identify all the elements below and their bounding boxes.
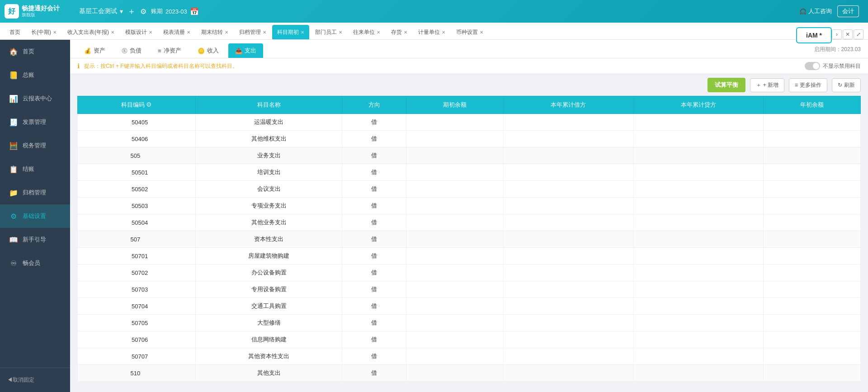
tab-archive-mgmt-close[interactable]: ✕ <box>263 30 266 35</box>
company-name[interactable]: 基层工会测试 ▾ <box>79 7 123 15</box>
cell-ytd-debit <box>504 365 633 382</box>
sidebar-collapse-button[interactable]: ◀取消固定 <box>0 373 70 387</box>
col-settings-icon[interactable]: ⚙ <box>146 101 152 108</box>
cell-year-start <box>764 214 861 231</box>
tab-subject-initial[interactable]: 科目期初 ✕ <box>272 25 309 39</box>
tab-subject-initial-close[interactable]: ✕ <box>301 30 304 35</box>
tab-currency[interactable]: 币种设置 ✕ <box>451 25 488 39</box>
kuai-button[interactable]: 会计 <box>837 5 859 17</box>
table-row[interactable]: 50705 大型修缮 借 <box>78 315 861 331</box>
cell-direction: 借 <box>342 331 406 348</box>
tab-template-close[interactable]: ✕ <box>149 30 152 35</box>
table-row[interactable]: 50703 专用设备购置 借 <box>78 281 861 298</box>
sidebar-item-tax[interactable]: 🧮 税务管理 <box>0 134 70 157</box>
table-row[interactable]: 510 其他支出 借 <box>78 365 861 382</box>
dropdown-icon[interactable]: ▾ <box>120 8 123 15</box>
subtab-asset[interactable]: 💰 资产 <box>77 43 112 58</box>
cell-direction: 借 <box>342 214 406 231</box>
ai-consult-button[interactable]: 🎧 人工咨询 <box>799 7 832 15</box>
table-row[interactable]: 505 业务支出 借 <box>78 147 861 164</box>
subtab-asset-label: 资产 <box>94 47 105 55</box>
tab-dept-staff[interactable]: 部门员工 ✕ <box>310 25 347 39</box>
tab-expand-button[interactable]: ⤢ <box>854 29 863 39</box>
table-wrapper[interactable]: 科目编码 ⚙ 科目名称 方向 期初余额 本年累计借方 本年累计贷方 年初余额 5… <box>70 96 868 392</box>
table-row[interactable]: 507 资本性支出 借 <box>78 231 861 248</box>
subtab-net-asset[interactable]: ≡ 净资产 <box>151 43 188 58</box>
table-row[interactable]: 50701 房屋建筑物购建 借 <box>78 248 861 264</box>
tab-currency-close[interactable]: ✕ <box>480 30 483 35</box>
calendar-icon[interactable]: 📅 <box>190 7 199 16</box>
tab-counterpart[interactable]: 往来单位 ✕ <box>348 25 385 39</box>
sidebar-item-ledger-label: 总账 <box>23 71 34 79</box>
cell-name: 信息网络购建 <box>196 331 342 348</box>
tab-archive-mgmt[interactable]: 归档管理 ✕ <box>234 25 271 39</box>
table-row[interactable]: 50406 其他维权支出 借 <box>78 131 861 147</box>
sidebar-item-ledger[interactable]: 📒 总账 <box>0 63 70 87</box>
logo-text: 畅捷通好会计 <box>22 5 60 12</box>
cell-year-start <box>764 181 861 198</box>
expenditure-icon: 📤 <box>235 47 242 54</box>
tab-annual-close[interactable]: ✕ <box>111 30 114 35</box>
table-row[interactable]: 50504 其他业务支出 借 <box>78 214 861 231</box>
table-row[interactable]: 50707 其他资本性支出 借 <box>78 348 861 365</box>
table-row[interactable]: 50702 办公设备购置 借 <box>78 264 861 281</box>
cell-initial-balance <box>406 248 504 264</box>
table-row[interactable]: 50704 交通工具购置 借 <box>78 298 861 315</box>
sidebar-item-settings[interactable]: ⚙ 基础设置 <box>0 204 70 228</box>
cell-ytd-credit <box>633 214 763 231</box>
balance-button[interactable]: 试算平衡 <box>708 78 745 92</box>
subtab-expenditure[interactable]: 📤 支出 <box>228 43 263 58</box>
tab-dept-staff-close[interactable]: ✕ <box>339 30 342 35</box>
cell-direction: 借 <box>342 147 406 164</box>
sidebar-item-cloud-report[interactable]: 📊 云报表中心 <box>0 87 70 110</box>
cell-year-start <box>764 365 861 382</box>
tab-period-end-close[interactable]: ✕ <box>225 30 228 35</box>
subtab-liability[interactable]: ㊄ 负债 <box>115 43 148 58</box>
tab-unit-close[interactable]: ✕ <box>442 30 445 35</box>
tab-unit[interactable]: 计量单位 ✕ <box>413 25 450 39</box>
tab-inventory[interactable]: 存货 ✕ <box>386 25 412 39</box>
cell-year-start <box>764 147 861 164</box>
cell-direction: 借 <box>342 131 406 147</box>
tab-zhongqi[interactable]: 长(中期) ✕ <box>26 25 61 39</box>
table-row[interactable]: 50503 专项业务支出 借 <box>78 198 861 214</box>
subtab-expenditure-label: 支出 <box>245 47 256 55</box>
tab-close-all-button[interactable]: ✕ <box>843 29 853 39</box>
invoice-icon: 🧾 <box>9 118 18 127</box>
add-button[interactable]: ＋ + 新增 <box>750 78 784 92</box>
cell-code: 50504 <box>78 214 196 231</box>
action-bar: 试算平衡 ＋ + 新增 ≡ 更多操作 ↻ 刷新 <box>70 74 868 96</box>
add-button[interactable]: ＋ <box>127 6 136 17</box>
sidebar-item-member[interactable]: ♾ 畅会员 <box>0 251 70 275</box>
col-year-start-balance: 年初余额 <box>764 96 861 114</box>
sidebar-item-guide[interactable]: 📖 新手引导 <box>0 228 70 251</box>
tab-inventory-close[interactable]: ✕ <box>404 30 407 35</box>
cell-ytd-credit <box>633 164 763 181</box>
refresh-button[interactable]: ↻ 刷新 <box>832 78 861 92</box>
cell-year-start <box>764 231 861 248</box>
cell-initial-balance <box>406 147 504 164</box>
sidebar-item-archive[interactable]: 📁 归档管理 <box>0 181 70 204</box>
sidebar-item-invoice[interactable]: 🧾 发票管理 <box>0 110 70 134</box>
toggle-switch[interactable] <box>805 62 820 70</box>
cell-name: 办公设备购置 <box>196 264 342 281</box>
tab-zhongqi-close[interactable]: ✕ <box>53 30 57 35</box>
tab-counterpart-close[interactable]: ✕ <box>377 30 380 35</box>
tab-taxlist[interactable]: 税表清册 ✕ <box>158 25 195 39</box>
tab-annual[interactable]: 收入支出表(年报) ✕ <box>62 25 119 39</box>
table-row[interactable]: 50501 培训支出 借 <box>78 164 861 181</box>
tab-period-end[interactable]: 期末结转 ✕ <box>196 25 233 39</box>
period-value: 2023-03 <box>165 8 187 15</box>
sidebar-item-home[interactable]: 🏠 首页 <box>0 40 70 63</box>
table-row[interactable]: 50405 运温暖支出 借 <box>78 114 861 131</box>
subtab-income[interactable]: 🪙 收入 <box>191 43 226 58</box>
table-row[interactable]: 50502 会议支出 借 <box>78 181 861 198</box>
table-row[interactable]: 50706 信息网络购建 借 <box>78 331 861 348</box>
tab-taxlist-close[interactable]: ✕ <box>187 30 190 35</box>
more-button[interactable]: ≡ 更多操作 <box>789 78 827 92</box>
tab-home[interactable]: 首页 <box>5 25 25 39</box>
sidebar-item-close[interactable]: 📋 结账 <box>0 157 70 181</box>
tab-next-button[interactable]: › <box>832 29 842 39</box>
settings-icon[interactable]: ⚙ <box>140 7 146 16</box>
tab-template[interactable]: 模版设计 ✕ <box>120 25 157 39</box>
